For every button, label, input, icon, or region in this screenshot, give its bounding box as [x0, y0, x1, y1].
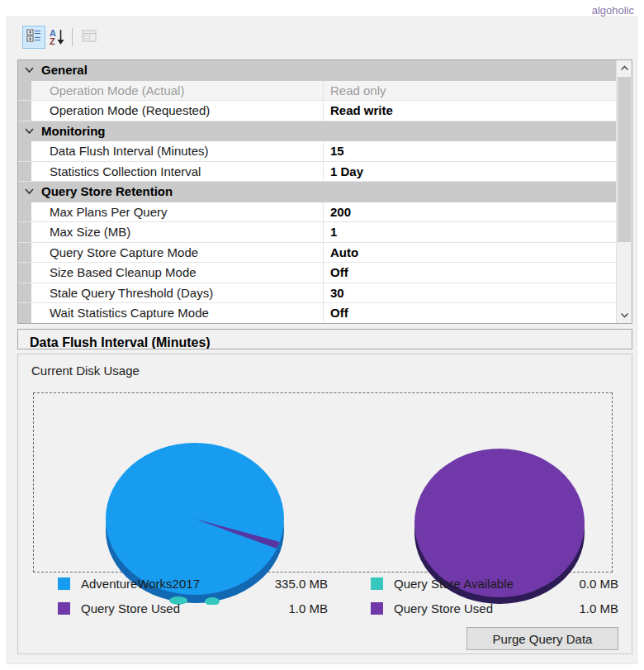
query-store-properties-page: algoholic: [0, 0, 644, 670]
pie-chart-area: [33, 392, 613, 573]
legend-swatch: [371, 577, 383, 590]
legend-swatch: [58, 577, 70, 590]
legend-swatch: [371, 602, 383, 615]
legend-label: AdventureWorks2017: [81, 577, 245, 591]
legend-item: Query Store Available 0.0 MB: [371, 571, 618, 596]
category-row-query-store-retention[interactable]: Query Store Retention: [18, 182, 616, 202]
categorized-button[interactable]: [22, 26, 45, 49]
property-name: Operation Mode (Requested): [31, 101, 324, 121]
legend-swatch: [58, 602, 70, 615]
property-pages-button: [78, 26, 101, 49]
property-row[interactable]: Operation Mode (Requested) Read write: [18, 101, 616, 121]
property-name: Statistics Collection Interval: [31, 162, 324, 182]
property-row[interactable]: Operation Mode (Actual) Read only: [18, 81, 616, 102]
property-name: Wait Statistics Capture Mode: [31, 303, 324, 323]
alphabetical-sort-icon: AZ: [50, 29, 64, 45]
categorized-icon: [26, 29, 41, 46]
property-name: Max Size (MB): [31, 222, 324, 242]
property-name: Query Store Capture Mode: [31, 243, 324, 263]
purge-query-data-button[interactable]: Purge Query Data: [466, 627, 618, 650]
scroll-down-button[interactable]: [617, 308, 632, 322]
property-grid-toolbar: AZ: [22, 25, 101, 50]
property-name: Stale Query Threshold (Days): [31, 283, 324, 303]
property-value[interactable]: 1 Day: [324, 162, 616, 182]
vertical-scrollbar[interactable]: [616, 60, 632, 323]
legend-label: Query Store Available: [394, 577, 536, 591]
row-indent: [18, 222, 31, 242]
legend-value: 335.0 MB: [245, 577, 328, 591]
property-row[interactable]: Max Plans Per Query 200: [18, 202, 616, 223]
chevron-down-icon: [18, 60, 40, 80]
property-row[interactable]: Data Flush Interval (Minutes) 15: [18, 141, 616, 162]
legend-label: Query Store Used: [394, 601, 536, 615]
row-indent: [18, 263, 31, 283]
property-value[interactable]: 200: [324, 202, 616, 222]
property-grid: General Operation Mode (Actual) Read onl…: [17, 59, 632, 324]
chevron-down-icon: [18, 121, 40, 141]
scroll-up-button[interactable]: [617, 61, 632, 75]
category-row-general[interactable]: General: [18, 60, 616, 81]
property-pages-icon: [82, 30, 97, 45]
row-indent: [18, 243, 31, 263]
legend-item: Query Store Used 1.0 MB: [58, 596, 328, 620]
property-name: Size Based Cleanup Mode: [31, 263, 324, 283]
properties-panel: AZ: [7, 17, 637, 664]
row-indent: [18, 101, 31, 121]
property-row[interactable]: Query Store Capture Mode Auto: [18, 243, 616, 264]
property-name: Max Plans Per Query: [31, 202, 324, 222]
property-grid-rows: General Operation Mode (Actual) Read onl…: [18, 60, 616, 323]
legend-label: Query Store Used: [81, 601, 245, 615]
category-row-monitoring[interactable]: Monitoring: [18, 121, 616, 142]
category-label: Query Store Retention: [40, 182, 173, 202]
property-row[interactable]: Statistics Collection Interval 1 Day: [18, 162, 616, 183]
alphabetical-sort-button[interactable]: AZ: [45, 26, 69, 49]
group-title: Current Disk Usage: [31, 364, 140, 378]
property-value[interactable]: Off: [324, 303, 616, 323]
property-row[interactable]: Size Based Cleanup Mode Off: [18, 263, 616, 283]
current-disk-usage-group: Current Disk Usage AdventureWorks2: [17, 354, 632, 654]
right-pie-legend: Query Store Available 0.0 MB Query Store…: [371, 571, 618, 620]
property-value[interactable]: Auto: [324, 243, 616, 263]
toolbar-separator: [72, 28, 73, 46]
row-indent: [18, 162, 31, 182]
property-name: Operation Mode (Actual): [31, 81, 324, 101]
property-row[interactable]: Stale Query Threshold (Days) 30: [18, 283, 616, 304]
category-label: Monitoring: [40, 121, 105, 141]
property-value[interactable]: 15: [324, 141, 616, 161]
property-value[interactable]: Read write: [324, 101, 616, 121]
property-row[interactable]: Wait Statistics Capture Mode Off: [18, 303, 616, 324]
left-pie-legend: AdventureWorks2017 335.0 MB Query Store …: [58, 571, 328, 620]
legend-item: Query Store Used 1.0 MB: [371, 596, 618, 620]
row-indent: [18, 81, 31, 101]
watermark: algoholic: [592, 4, 634, 17]
row-indent: [18, 303, 31, 323]
scrollbar-thumb[interactable]: [618, 77, 631, 242]
legend-value: 1.0 MB: [536, 601, 618, 615]
row-indent: [18, 283, 31, 303]
chevron-down-icon: [18, 182, 40, 202]
selected-property-title: Data Flush Interval (Minutes): [18, 330, 632, 349]
legend-value: 1.0 MB: [245, 601, 328, 615]
property-value: Read only: [324, 81, 616, 101]
property-name: Data Flush Interval (Minutes): [31, 141, 324, 161]
legend-value: 0.0 MB: [536, 577, 618, 591]
row-indent: [18, 141, 31, 161]
property-row[interactable]: Max Size (MB) 1: [18, 222, 616, 243]
property-description-header: Data Flush Interval (Minutes): [17, 329, 632, 349]
property-value[interactable]: 30: [324, 283, 616, 303]
property-value[interactable]: Off: [324, 263, 616, 283]
property-value[interactable]: 1: [324, 222, 616, 242]
category-label: General: [40, 60, 88, 80]
legend-item: AdventureWorks2017 335.0 MB: [58, 571, 328, 596]
row-indent: [18, 202, 31, 222]
